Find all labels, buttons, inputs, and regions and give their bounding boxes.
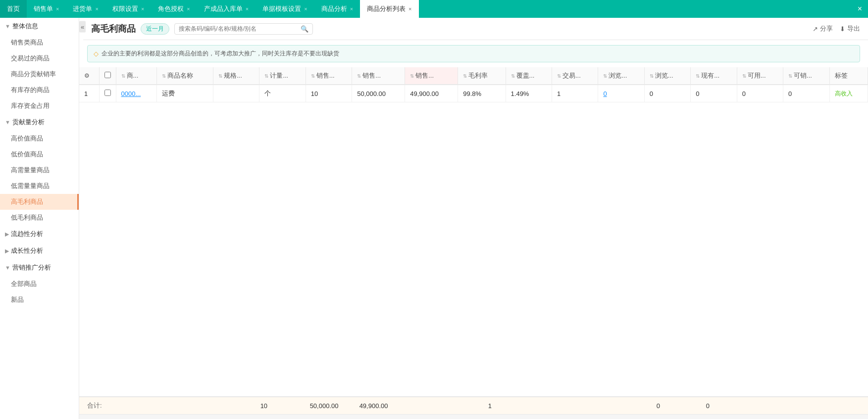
views1-link[interactable]: 0 [603, 90, 607, 97]
sidebar-group-growth[interactable]: ▶ 成长性分析 [0, 242, 79, 259]
col-sales-cost: ⇅销售... [405, 67, 458, 85]
col-sales-qty: ⇅销售... [306, 67, 352, 85]
nav-role-auth[interactable]: 角色授权 × [151, 0, 197, 18]
arrow-down-icon: ▼ [5, 23, 10, 29]
cell-spec [213, 85, 259, 102]
col-tag: 标签 [829, 67, 868, 85]
col-coverage: ⇅覆盖... [506, 67, 552, 85]
cell-available-stock: 0 [737, 85, 783, 102]
sidebar-item-sales-goods[interactable]: 销售类商品 [0, 35, 79, 50]
product-table: ⚙ ⇅商... ⇅商品名称 ⇅规格... ⇅计量... ⇅销售... ⇅销售..… [79, 67, 868, 102]
content-header: 高毛利商品 近一月 🔍 ↗ 分享 ⬇ 导出 [83, 18, 868, 40]
cell-views2: 0 [644, 85, 690, 102]
col-views2: ⇅浏览... [644, 67, 690, 85]
search-input[interactable] [179, 25, 299, 32]
content-area: « 高毛利商品 近一月 🔍 ↗ 分享 ⬇ 导出 ◇ 企 [79, 18, 868, 419]
cell-checkbox[interactable] [99, 85, 116, 102]
sidebar-group-overall[interactable]: ▼ 整体信息 [0, 18, 79, 35]
close-icon[interactable]: × [246, 6, 249, 12]
sidebar-item-high-margin[interactable]: 高毛利商品 [0, 194, 79, 210]
sidebar-group-contribution[interactable]: ▼ 贡献量分析 [0, 114, 79, 131]
sidebar-group-marketing[interactable]: ▼ 营销推广分析 [0, 259, 79, 276]
sidebar-toggle-button[interactable]: « [79, 21, 86, 33]
select-all-checkbox[interactable] [104, 72, 111, 78]
col-gross-margin: ⇅毛利率 [458, 67, 506, 85]
cell-unit: 个 [259, 85, 306, 102]
export-icon: ⬇ [840, 25, 845, 33]
row-checkbox[interactable] [104, 90, 111, 96]
sidebar-item-stocked-goods[interactable]: 有库存的商品 [0, 82, 79, 98]
nav-template-settings[interactable]: 单据模板设置 × [255, 0, 314, 18]
horizontal-scrollbar[interactable] [79, 414, 868, 419]
sidebar-item-high-value[interactable]: 高价值商品 [0, 131, 79, 146]
info-banner: ◇ 企业的主要的利润都是这部分商品创造的，可考虑加大推广，同时关注库存是不要出现… [87, 45, 860, 62]
col-sales-amount: ⇅销售... [352, 67, 405, 85]
cell-tag: 高收入 [829, 85, 868, 102]
sidebar-item-traded-goods[interactable]: 交易过的商品 [0, 50, 79, 66]
nav-sales-order[interactable]: 销售单 × [27, 0, 66, 18]
close-icon[interactable]: × [141, 6, 144, 12]
share-icon: ↗ [813, 25, 818, 33]
nav-permission-settings[interactable]: 权限设置 × [105, 0, 151, 18]
sidebar-item-goods-contribution[interactable]: 商品分贡献销率 [0, 66, 79, 82]
arrow-right-icon: ▶ [5, 248, 9, 254]
col-unit: ⇅计量... [259, 67, 306, 85]
footer-sales-qty: 10 [260, 402, 300, 410]
footer-sales-amount: 50,000.00 [310, 402, 350, 410]
close-icon[interactable]: × [56, 6, 59, 12]
cell-gross-margin: 99.8% [458, 85, 506, 102]
cell-views1[interactable]: 0 [598, 85, 644, 102]
nav-product-inbound[interactable]: 产成品入库单 × [197, 0, 255, 18]
arrow-down-icon: ▼ [5, 265, 10, 271]
close-icon[interactable]: × [350, 6, 353, 12]
share-button[interactable]: ↗ 分享 [813, 24, 833, 33]
nav-home[interactable]: 首页 [0, 0, 27, 18]
header-actions: ↗ 分享 ⬇ 导出 [813, 24, 860, 33]
table-header-row: ⚙ ⇅商... ⇅商品名称 ⇅规格... ⇅计量... ⇅销售... ⇅销售..… [79, 67, 868, 85]
col-current-stock: ⇅现有... [691, 67, 737, 85]
export-button[interactable]: ⬇ 导出 [840, 24, 860, 33]
sidebar-item-low-value[interactable]: 低价值商品 [0, 146, 79, 162]
main-layout: ▼ 整体信息 销售类商品 交易过的商品 商品分贡献销率 有库存的商品 库存资金占… [0, 18, 868, 419]
close-icon[interactable]: × [408, 6, 411, 12]
close-icon[interactable]: × [95, 6, 98, 12]
nav-product-analysis[interactable]: 商品分析 × [314, 0, 360, 18]
arrow-down-icon: ▼ [5, 119, 10, 125]
cell-sales-cost: 49,900.00 [405, 85, 458, 102]
cell-transactions: 1 [552, 85, 598, 102]
col-settings[interactable]: ⚙ [79, 67, 99, 85]
data-table-container: ⚙ ⇅商... ⇅商品名称 ⇅规格... ⇅计量... ⇅销售... ⇅销售..… [79, 67, 868, 396]
sidebar-group-trend[interactable]: ▶ 流趋性分析 [0, 226, 79, 242]
cell-sellable-stock: 0 [783, 85, 829, 102]
footer-available: 0 [657, 402, 696, 410]
arrow-right-icon: ▶ [5, 231, 9, 237]
sidebar-item-new-goods[interactable]: 新品 [0, 292, 79, 308]
search-icon[interactable]: 🔍 [301, 25, 308, 33]
col-checkbox[interactable] [99, 67, 116, 85]
sidebar-item-low-margin[interactable]: 低毛利商品 [0, 210, 79, 226]
window-close-button[interactable]: × [852, 0, 868, 18]
sidebar-item-low-demand[interactable]: 低需量量商品 [0, 178, 79, 194]
col-available-stock: ⇅可用... [737, 67, 783, 85]
sidebar-item-high-demand[interactable]: 高需量量商品 [0, 162, 79, 178]
period-filter-button[interactable]: 近一月 [141, 23, 169, 35]
col-views1: ⇅浏览... [598, 67, 644, 85]
col-sellable-stock: ⇅可销... [783, 67, 829, 85]
nav-product-analysis-list[interactable]: 商品分析列表 × [360, 0, 418, 18]
nav-purchase-order[interactable]: 进货单 × [66, 0, 105, 18]
close-icon[interactable]: × [304, 6, 307, 12]
sidebar: ▼ 整体信息 销售类商品 交易过的商品 商品分贡献销率 有库存的商品 库存资金占… [0, 18, 79, 419]
info-icon: ◇ [94, 50, 99, 57]
col-code: ⇅商... [116, 67, 156, 85]
cell-code[interactable]: 0000... [116, 85, 156, 102]
cell-current-stock: 0 [691, 85, 737, 102]
footer-sales-cost: 49,900.00 [359, 402, 399, 410]
col-transactions: ⇅交易... [552, 67, 598, 85]
cell-coverage: 1.49% [506, 85, 552, 102]
cell-sales-amount: 50,000.00 [352, 85, 405, 102]
close-icon[interactable]: × [187, 6, 190, 12]
sidebar-item-all-goods[interactable]: 全部商品 [0, 276, 79, 292]
page-title: 高毛利商品 [91, 23, 136, 35]
sidebar-item-inventory-capital[interactable]: 库存资金占用 [0, 98, 79, 114]
footer-label: 合计: [87, 401, 102, 410]
